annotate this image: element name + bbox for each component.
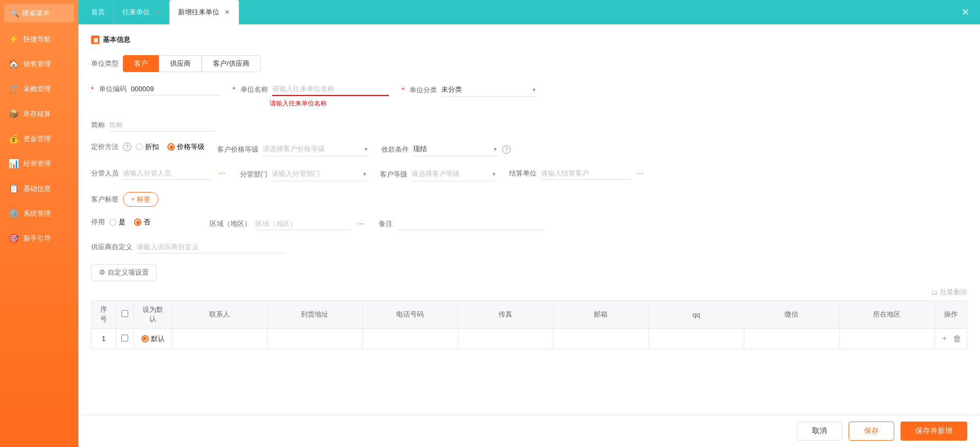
col-wechat: 微信 [744, 301, 839, 329]
cell-default: 默认 [134, 329, 172, 349]
unit-category-select[interactable]: 未分类 ▼ [441, 83, 537, 97]
manager-more[interactable]: ··· [216, 169, 227, 178]
fax-input[interactable] [464, 335, 548, 343]
unit-name-input[interactable] [272, 83, 389, 96]
add-row-button[interactable]: ＋ [940, 333, 949, 344]
unit-name-label: 单位名称 [240, 85, 268, 94]
cell-email [553, 329, 648, 349]
save-button[interactable]: 保存 [849, 422, 894, 441]
purchase-icon: 🛒 [8, 84, 19, 94]
phone-input[interactable] [368, 335, 452, 343]
customer-price-level-select[interactable]: 请选择客户价格等级 ▼ [263, 142, 369, 156]
supplier-custom-label: 供应商自定义 [91, 242, 132, 252]
default-radio[interactable]: 默认 [139, 334, 166, 344]
pricing-radio-level[interactable]: 价格等级 [167, 142, 204, 152]
settlement-unit-input[interactable] [541, 167, 630, 180]
wechat-input[interactable] [750, 335, 834, 343]
delete-row-button[interactable]: 🗑 [953, 334, 961, 344]
customer-tag-row: 客户标签 + 标签 [91, 192, 967, 207]
col-address: 到货地址 [267, 301, 362, 329]
pricing-radio-discount[interactable]: 折扣 [136, 142, 159, 152]
customer-level-select[interactable]: 请选择客户等级 ▼ [412, 167, 496, 181]
col-email: 邮箱 [553, 301, 648, 329]
settlement-unit-label: 结算单位 [509, 169, 537, 178]
sidebar-search[interactable]: 🔍 搜索菜单 [4, 4, 74, 22]
tab-home[interactable]: 首页 [83, 0, 114, 24]
region-label: 区域（地区） [210, 219, 251, 229]
batch-delete-area: 🗂 批量删除 [91, 287, 967, 297]
contact-input[interactable] [177, 335, 262, 343]
disabled-radio-yes[interactable]: 是 [109, 217, 126, 227]
notes-input[interactable] [397, 217, 545, 230]
sidebar-item-guide[interactable]: 🎯 新手引导 [0, 226, 78, 251]
row-checkbox[interactable] [121, 335, 128, 341]
operations-icon: 📊 [8, 159, 19, 169]
unit-name-error: 请输入往来单位名称 [233, 99, 389, 108]
sidebar-item-purchase[interactable]: 🛒 采购管理 [0, 76, 78, 101]
email-input[interactable] [559, 335, 643, 343]
sales-icon: 🏠 [8, 59, 19, 69]
payment-terms-select[interactable]: 现结 ▼ [413, 142, 498, 156]
select-all-checkbox[interactable] [121, 310, 128, 317]
add-tag-button[interactable]: + 标签 [123, 192, 158, 207]
region-input[interactable] [255, 217, 351, 230]
disabled-radio-no[interactable]: 否 [134, 217, 150, 227]
unit-category-required: * [402, 86, 404, 94]
pricing-method-help[interactable]: ? [123, 143, 131, 151]
short-name-input[interactable] [109, 119, 215, 132]
customer-tag-label: 客户标签 [91, 195, 119, 204]
tab-partners-close[interactable]: ✕ [155, 8, 161, 16]
pricing-row: 定价方法 ? 折扣 价格等级 客户价格等级 请选择客户价格等级 [91, 142, 967, 156]
supplier-custom-input[interactable] [137, 241, 285, 253]
pricing-radio-level-circle [167, 143, 175, 151]
qq-input[interactable] [654, 335, 738, 343]
save-new-button[interactable]: 保存并新增 [901, 422, 967, 441]
quick-nav-icon: ⚡ [8, 34, 19, 44]
region-group: 区域（地区） ··· [210, 217, 366, 230]
disabled-label: 停用 [91, 217, 105, 227]
supplier-custom-group: 供应商自定义 [91, 241, 285, 253]
sidebar-item-quick-nav[interactable]: ⚡ 快捷导航 [0, 27, 78, 51]
unit-btn-both[interactable]: 客户/供应商 [202, 55, 261, 72]
manager-row: 分管人员 ··· 分管部门 请输入分管部门 ▼ 客户等级 请选择客户等级 ▼ [91, 167, 967, 181]
cancel-button[interactable]: 取消 [797, 422, 842, 441]
disabled-radio-no-label: 否 [144, 217, 150, 227]
unit-code-input[interactable] [131, 83, 220, 95]
sidebar-item-operations[interactable]: 📊 经营管理 [0, 151, 78, 176]
sidebar-item-label: 采购管理 [23, 84, 51, 94]
customer-price-level-group: 客户价格等级 请选择客户价格等级 ▼ [217, 142, 369, 156]
sidebar-item-system[interactable]: ⚙️ 系统管理 [0, 201, 78, 226]
tab-new-partner-close[interactable]: ✕ [225, 8, 230, 16]
tab-bar: 首页 往来单位 ✕ 新增往来单位 ✕ ✕ [78, 0, 980, 24]
region-more[interactable]: ··· [355, 219, 366, 229]
unit-category-chevron: ▼ [531, 87, 537, 93]
contacts-table: 序号 设为默认 联系人 到货地址 电话号码 传真 邮箱 qq 微信 所在地区 操… [91, 300, 967, 349]
region-table-input[interactable] [845, 335, 929, 343]
unit-type-buttons: 客户 供应商 客户/供应商 [123, 55, 261, 72]
department-select[interactable]: 请输入分管部门 ▼ [272, 167, 367, 181]
guide-icon: 🎯 [8, 233, 19, 243]
unit-btn-supplier[interactable]: 供应商 [159, 55, 202, 72]
payment-terms-help[interactable]: ? [502, 145, 511, 154]
pricing-method-radios: 折扣 价格等级 [136, 142, 204, 152]
unit-btn-customer[interactable]: 客户 [123, 55, 159, 72]
sidebar-item-basic-info[interactable]: 📋 基础信息 [0, 176, 78, 201]
col-contact: 联系人 [172, 301, 268, 329]
unit-name-group: * 单位名称 请输入往来单位名称 [233, 83, 389, 108]
unit-name-required: * [233, 85, 235, 93]
custom-settings-button[interactable]: ⚙ 自定义项设置 [91, 264, 157, 281]
tab-new-partner[interactable]: 新增往来单位 ✕ [170, 0, 239, 24]
manager-input[interactable] [123, 167, 212, 180]
tab-bar-close-all[interactable]: ✕ [955, 6, 976, 18]
tab-partners[interactable]: 往来单位 ✕ [114, 0, 170, 24]
sidebar-item-sales[interactable]: 🏠 销售管理 [0, 51, 78, 76]
settlement-unit-more[interactable]: ··· [634, 169, 645, 178]
sidebar-item-inventory[interactable]: 📦 库存核算 [0, 101, 78, 126]
payment-terms-label: 收款条件 [381, 145, 409, 154]
unit-type-group: 单位类型 客户 供应商 客户/供应商 [91, 55, 261, 72]
address-input[interactable] [273, 335, 357, 343]
sidebar-item-finance[interactable]: 💰 资金管理 [0, 126, 78, 151]
customer-price-level-placeholder: 请选择客户价格等级 [263, 144, 361, 154]
short-name-label: 简称 [91, 120, 105, 130]
batch-delete-label[interactable]: 批量删除 [940, 287, 967, 297]
